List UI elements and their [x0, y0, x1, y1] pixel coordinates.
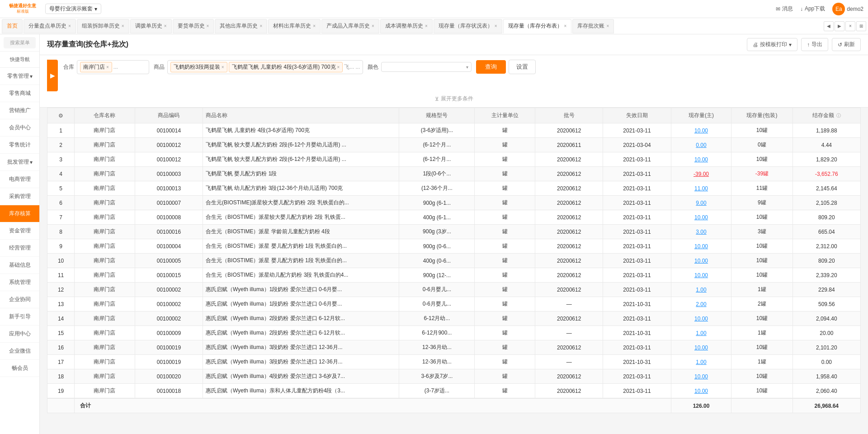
cell-qty[interactable]: 9.00	[671, 196, 731, 210]
goods-input-container[interactable]: 飞鹤奶粉3段两提装 × 飞鹤星飞帆 儿童奶粉 4段(3-6岁适用) 700克 ×…	[167, 60, 363, 74]
tab-bar: 首页 分量盘点单历史 × 组装拆卸单历史 × 调拨单历史 × 要货单历史 × 其…	[0, 18, 868, 34]
cell-no: 4	[47, 167, 75, 181]
search-menu-btn[interactable]: 搜索菜单	[4, 37, 36, 48]
tab-cost-adjust[interactable]: 成本调整单历史 ×	[380, 19, 433, 33]
tab-close-btn[interactable]: ×	[845, 21, 855, 31]
tab-material-out[interactable]: 材料出库单历史 ×	[268, 19, 321, 33]
sidebar-item-retail-mgmt[interactable]: 零售管理 ▾	[0, 68, 39, 85]
export-btn[interactable]: ↑ 导出	[801, 38, 828, 51]
sidebar-item-operations-mgmt[interactable]: 经营管理	[0, 240, 39, 257]
sidebar-item-member-center[interactable]: 会员中心	[0, 119, 39, 137]
cell-qty[interactable]: 11.00	[671, 181, 731, 196]
cell-batch: 20200612	[535, 254, 603, 268]
cell-qty[interactable]: 10.00	[671, 384, 731, 399]
cell-qty[interactable]: 10.00	[671, 152, 731, 167]
tab-menu-btn[interactable]: ⊞	[856, 21, 866, 31]
shortcut-nav-btn[interactable]: 快捷导航	[0, 53, 39, 66]
print-btn[interactable]: 🖨 按模板打印 ▾	[747, 38, 797, 51]
user-area[interactable]: Ea demo2	[832, 3, 863, 15]
close-icon[interactable]: ×	[425, 24, 428, 28]
tab-prev-btn[interactable]: ◀	[824, 21, 834, 31]
cell-warehouse: 南岸门店	[75, 123, 135, 138]
tab-split-inventory[interactable]: 分量盘点单历史 ×	[24, 19, 76, 33]
tab-other-out[interactable]: 其他出库单历史 ×	[215, 19, 267, 33]
tab-want-goods[interactable]: 要货单历史 ×	[173, 19, 214, 33]
warehouse-input-container[interactable]: 南岸门店 × ...	[77, 60, 149, 74]
cell-qty[interactable]: 1.00	[671, 355, 731, 369]
sidebar-item-new-guide[interactable]: 新手引导	[0, 308, 39, 326]
close-icon[interactable]: ×	[564, 24, 567, 28]
th-settings[interactable]: ⚙	[47, 108, 75, 123]
message-btn[interactable]: ✉ 消息	[776, 5, 793, 13]
sidebar-item-retail-shop[interactable]: 零售商城	[0, 85, 39, 102]
close-icon[interactable]: ×	[606, 24, 609, 28]
sidebar-item-inventory-check[interactable]: 库存核算	[0, 205, 39, 222]
sidebar-item-finance-mgmt[interactable]: 资金管理	[0, 222, 39, 240]
goods-tag-2-close[interactable]: ×	[337, 65, 340, 70]
sidebar-item-marketing[interactable]: 营销推广	[0, 102, 39, 119]
tab-batch-account[interactable]: 库存批次账 ×	[572, 19, 614, 33]
cell-qty[interactable]: 10.00	[671, 239, 731, 254]
cell-qty[interactable]: 10.00	[671, 369, 731, 384]
cell-no: 15	[47, 326, 75, 340]
tab-home[interactable]: 首页	[2, 19, 23, 33]
sidebar-item-label: 采购管理	[9, 193, 31, 199]
sidebar-item-enterprise-collab[interactable]: 企业协同	[0, 291, 39, 308]
close-icon[interactable]: ×	[259, 24, 262, 28]
sidebar-item-enterprise-wechat[interactable]: 企业微信	[0, 343, 39, 360]
tab-next-btn[interactable]: ▶	[835, 21, 844, 31]
cell-qty[interactable]: 1.00	[671, 283, 731, 297]
close-icon[interactable]: ×	[313, 24, 316, 28]
sidebar-item-retail-stats[interactable]: 零售统计	[0, 137, 39, 154]
info-icon[interactable]: ⓘ	[836, 113, 841, 118]
close-icon[interactable]: ×	[164, 24, 167, 28]
cell-qty[interactable]: 1.00	[671, 326, 731, 340]
sidebar-item-ecommerce-mgmt[interactable]: 电商管理	[0, 171, 39, 188]
tab-transfer[interactable]: 调拨单历史 ×	[130, 19, 172, 33]
sidebar-item-wholesale-mgmt[interactable]: 批发管理 ▾	[0, 154, 39, 171]
cell-qty[interactable]: -39.00	[671, 167, 731, 181]
sidebar-item-system-mgmt[interactable]: 系统管理	[0, 274, 39, 291]
filter-expand-btn[interactable]: ▶	[47, 60, 58, 91]
cell-spec: 900g (3岁...	[399, 225, 475, 239]
account-dropdown[interactable]: 母婴行业演示账套 ▾	[45, 4, 101, 14]
table-row: 16 南岸门店 00100019 惠氏启赋（Wyeth illuma）3段奶粉 …	[47, 340, 861, 355]
goods-tag-1-close[interactable]: ×	[222, 65, 224, 70]
close-icon[interactable]: ×	[207, 24, 209, 28]
cell-qty[interactable]: 3.00	[671, 225, 731, 239]
cell-qty[interactable]: 10.00	[671, 254, 731, 268]
cell-qty[interactable]: 10.00	[671, 210, 731, 225]
app-download-btn[interactable]: ↓ App下载	[800, 5, 825, 13]
warehouse-tag-close[interactable]: ×	[106, 65, 109, 70]
expand-more-btn[interactable]: ⊻ 展开更多条件	[47, 95, 861, 103]
chevron-down-icon: ▾	[789, 42, 792, 48]
cell-expire: 2021-03-11	[603, 384, 671, 399]
tab-disassemble[interactable]: 组装拆卸单历史 ×	[77, 19, 129, 33]
close-icon[interactable]: ×	[372, 24, 374, 28]
cell-unit: 罐	[475, 138, 535, 152]
close-icon[interactable]: ×	[495, 24, 497, 28]
query-btn[interactable]: 查询	[476, 60, 506, 74]
sidebar-item-vip-member[interactable]: 畅会员	[0, 360, 39, 377]
cell-name: 惠氏启赋（Wyeth illuma）1段奶粉 爱尔兰进口 0-6月婴...	[203, 283, 399, 297]
tab-stock-status[interactable]: 现存量（库存状况表） ×	[434, 19, 502, 33]
cell-qty[interactable]: 10.00	[671, 311, 731, 326]
cell-qty[interactable]: 2.00	[671, 297, 731, 311]
sidebar-item-basic-info[interactable]: 基础信息	[0, 257, 39, 274]
sidebar-item-app-center[interactable]: 应用中心	[0, 326, 39, 343]
download-icon: ↓	[800, 6, 803, 12]
settings-btn[interactable]: 设置	[509, 60, 536, 74]
cell-qty[interactable]: 10.00	[671, 340, 731, 355]
cell-qty[interactable]: 10.00	[671, 123, 731, 138]
refresh-btn[interactable]: ↺ 刷新	[832, 38, 861, 51]
tab-product-in[interactable]: 产成品入库单历史 ×	[321, 19, 379, 33]
color-input[interactable]	[384, 64, 466, 70]
cell-batch: 20200612	[535, 210, 603, 225]
color-input-container[interactable]: ▾	[381, 62, 472, 72]
close-icon[interactable]: ×	[68, 24, 71, 28]
cell-qty[interactable]: 10.00	[671, 268, 731, 283]
cell-qty[interactable]: 0.00	[671, 138, 731, 152]
tab-stock-dist[interactable]: 现存量（库存分布表） ×	[503, 19, 572, 33]
sidebar-item-purchase-mgmt[interactable]: 采购管理	[0, 188, 39, 205]
close-icon[interactable]: ×	[122, 24, 124, 28]
